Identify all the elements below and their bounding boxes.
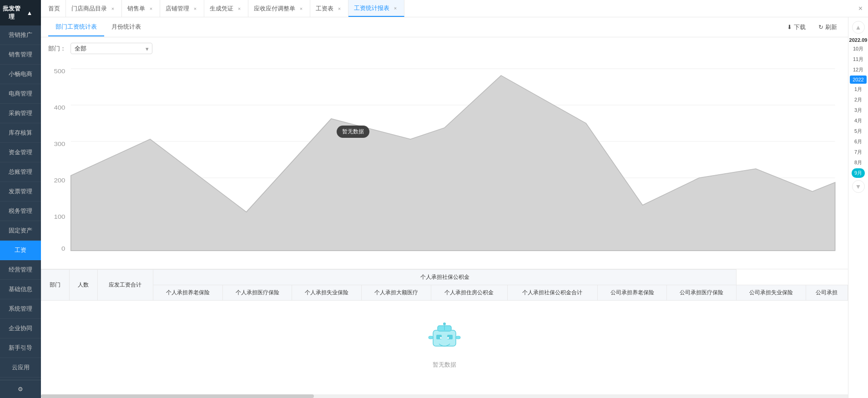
svg-point-20 xyxy=(440,337,442,339)
svg-text:100: 100 xyxy=(54,214,65,220)
sidebar-item-collab[interactable]: 企业协同 xyxy=(0,319,41,338)
timeline-month-jun[interactable]: 6月 xyxy=(852,137,865,146)
th-personal-insurance: 个人承担社保公积金 xyxy=(153,270,737,285)
tab-close-sales[interactable]: × xyxy=(148,5,154,12)
timeline-month-jan[interactable]: 1月 xyxy=(852,85,865,94)
sub-tab-dept[interactable]: 部门工资统计表 xyxy=(48,18,104,36)
chart-svg: 500 400 300 200 100 0 xyxy=(48,60,841,260)
timeline-month-sep[interactable]: 9月 xyxy=(852,168,865,178)
th-personal-pension: 个人承担养老保险 xyxy=(153,285,223,301)
dept-select[interactable]: 全部 xyxy=(71,43,152,54)
tab-close-payroll-report[interactable]: × xyxy=(392,5,399,11)
tab-close-voucher[interactable]: × xyxy=(236,5,242,12)
dept-select-wrapper: 全部 xyxy=(71,43,152,54)
sidebar-header[interactable]: 批发管理 ▲ xyxy=(0,0,41,25)
svg-rect-19 xyxy=(456,336,460,339)
th-company-other: 公司承担 xyxy=(806,285,848,301)
svg-text:500: 500 xyxy=(54,68,65,74)
svg-point-15 xyxy=(443,322,446,325)
filter-row: 部门： 全部 xyxy=(41,37,848,60)
sidebar-item-payroll[interactable]: 工资 xyxy=(0,241,41,260)
sidebar-item-cloud[interactable]: 云应用 xyxy=(0,358,41,378)
sidebar-item-finance[interactable]: 资金管理 xyxy=(0,143,41,162)
tab-ar-ap[interactable]: 应收应付调整单 × xyxy=(248,0,310,17)
tab-shop-mgmt[interactable]: 店铺管理 × xyxy=(160,0,204,17)
refresh-button[interactable]: ↻ 刷新 xyxy=(815,21,841,33)
timeline-month-may[interactable]: 5月 xyxy=(852,126,865,136)
svg-text:200: 200 xyxy=(54,177,65,183)
timeline-panel: ▲ 2022.09 10月 11月 12月 2022 1月 2月 3月 4月 5… xyxy=(848,17,868,398)
tab-sales[interactable]: 销售单 × xyxy=(122,0,160,17)
tab-bar-close-button[interactable]: × xyxy=(853,5,868,13)
bottom-scrollbar[interactable] xyxy=(41,394,848,398)
tab-close-ar-ap[interactable]: × xyxy=(298,5,304,12)
timeline-year-2022-label[interactable]: 2022 xyxy=(850,76,866,84)
timeline-month-dec[interactable]: 12月 xyxy=(850,65,866,75)
th-personal-medical: 个人承担医疗保险 xyxy=(222,285,292,301)
sub-tabs: 部门工资统计表 月份统计表 ⬇ 下载 ↻ 刷新 xyxy=(41,17,848,37)
svg-point-21 xyxy=(447,337,449,339)
sidebar-item-operations[interactable]: 经营管理 xyxy=(0,260,41,280)
sidebar-item-invoice[interactable]: 发票管理 xyxy=(0,182,41,202)
timeline-month-jul[interactable]: 7月 xyxy=(852,147,865,157)
settings-button[interactable]: ⚙ xyxy=(0,380,41,398)
tab-payroll-sheet[interactable]: 工资表 × xyxy=(310,0,348,17)
chart-area-polygon xyxy=(71,76,835,251)
sidebar-item-tax[interactable]: 税务管理 xyxy=(0,202,41,221)
content-area: 部门工资统计表 月份统计表 ⬇ 下载 ↻ 刷新 xyxy=(41,17,868,398)
no-data-container: 暂无数据 xyxy=(41,301,848,387)
page-wrapper: 部门工资统计表 月份统计表 ⬇ 下载 ↻ 刷新 xyxy=(41,17,848,398)
timeline-month-oct[interactable]: 10月 xyxy=(850,44,866,54)
download-icon: ⬇ xyxy=(787,24,792,30)
sidebar-item-ecommerce-small[interactable]: 小畅电商 xyxy=(0,65,41,84)
sidebar-item-system[interactable]: 系统管理 xyxy=(0,299,41,319)
tab-close-shop-mgmt[interactable]: × xyxy=(192,5,198,12)
sub-tabs-right: ⬇ 下载 ↻ 刷新 xyxy=(783,21,841,33)
no-data-robot-icon xyxy=(426,319,463,355)
sidebar-item-sales-mgmt[interactable]: 销售管理 xyxy=(0,45,41,65)
sidebar-item-ledger[interactable]: 总账管理 xyxy=(0,162,41,182)
timeline-up-button[interactable]: ▲ xyxy=(852,21,865,34)
th-dept: 部门 xyxy=(41,270,70,301)
sidebar-item-ecommerce[interactable]: 电商管理 xyxy=(0,84,41,104)
filter-dept-label: 部门： xyxy=(48,45,66,53)
sidebar-expand-icon: ▲ xyxy=(20,10,39,16)
main-area: 首页 门店商品目录 × 销售单 × 店铺管理 × 生成凭证 × 应收应付调整单 … xyxy=(41,0,868,398)
th-personal-total: 个人承担社保公积金合计 xyxy=(507,285,597,301)
sidebar-item-fixed-assets[interactable]: 固定资产 xyxy=(0,221,41,241)
timeline-month-mar[interactable]: 3月 xyxy=(852,106,865,115)
svg-text:0: 0 xyxy=(61,246,65,252)
sidebar-item-inventory[interactable]: 库存核算 xyxy=(0,123,41,143)
timeline-month-apr[interactable]: 4月 xyxy=(852,116,865,126)
timeline-down-button[interactable]: ▼ xyxy=(852,180,865,193)
sidebar-item-guide[interactable]: 新手引导 xyxy=(0,338,41,358)
no-data-label: 暂无数据 xyxy=(433,361,456,369)
th-personal-housing: 个人承担住房公积金 xyxy=(431,285,507,301)
refresh-icon: ↻ xyxy=(818,24,823,30)
sidebar-item-marketing[interactable]: 营销推广 xyxy=(0,25,41,45)
sidebar-item-basic-info[interactable]: 基础信息 xyxy=(0,280,41,299)
gear-icon: ⚙ xyxy=(18,386,23,393)
tab-home[interactable]: 首页 xyxy=(41,0,66,17)
timeline-month-nov[interactable]: 11月 xyxy=(850,55,866,64)
timeline-year-2022: 2022.09 xyxy=(849,37,868,43)
th-company-unemployment: 公司承担失业保险 xyxy=(737,285,806,301)
tab-store-catalog[interactable]: 门店商品目录 × xyxy=(66,0,122,17)
th-count: 人数 xyxy=(69,270,97,301)
tab-voucher[interactable]: 生成凭证 × xyxy=(204,0,248,17)
sidebar-item-purchase[interactable]: 采购管理 xyxy=(0,104,41,123)
table-wrapper[interactable]: 部门 人数 应发工资合计 个人承担社保公积金 个人承担养老保险 个人承担医疗保险… xyxy=(41,269,848,394)
sidebar-title: 批发管理 xyxy=(2,5,20,21)
tab-close-payroll-sheet[interactable]: × xyxy=(336,5,343,12)
scrollbar-thumb[interactable] xyxy=(41,394,314,398)
tab-bar: 首页 门店商品目录 × 销售单 × 店铺管理 × 生成凭证 × 应收应付调整单 … xyxy=(41,0,868,17)
tab-payroll-report[interactable]: 工资统计报表 × xyxy=(348,0,404,17)
th-company-medical: 公司承担医疗保险 xyxy=(667,285,737,301)
sidebar: 批发管理 ▲ 营销推广 销售管理 小畅电商 电商管理 采购管理 库存核算 资金管… xyxy=(0,0,41,398)
tab-close-store-catalog[interactable]: × xyxy=(110,5,116,12)
download-button[interactable]: ⬇ 下载 xyxy=(783,21,809,33)
data-table: 部门 人数 应发工资合计 个人承担社保公积金 个人承担养老保险 个人承担医疗保险… xyxy=(41,269,848,387)
timeline-month-feb[interactable]: 2月 xyxy=(852,95,865,105)
timeline-month-aug[interactable]: 8月 xyxy=(852,158,865,167)
sub-tab-monthly[interactable]: 月份统计表 xyxy=(104,18,148,36)
